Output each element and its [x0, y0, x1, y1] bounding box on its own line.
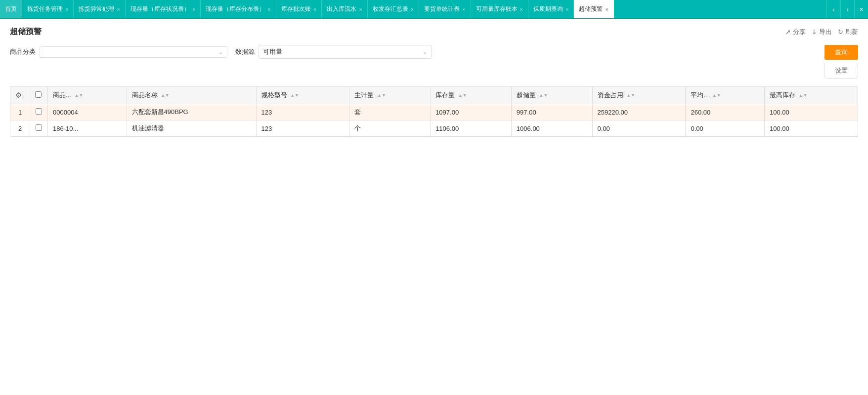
- data-source-value: 可用量: [263, 47, 282, 56]
- close-tab-collect-total-icon[interactable]: ×: [411, 6, 414, 12]
- gear-icon[interactable]: ⚙: [15, 91, 22, 99]
- nav-arrow-close[interactable]: ×: [854, 0, 868, 19]
- row-select-checkbox-0[interactable]: [36, 108, 42, 115]
- row-unit-0: 套: [349, 104, 431, 120]
- product-category-label: 商品分类: [10, 47, 36, 56]
- row-max-stock-1: 100.00: [764, 120, 858, 137]
- refresh-button[interactable]: ↻ 刷新: [838, 28, 858, 37]
- nav-tab-batch-account[interactable]: 库存批次账 ×: [276, 0, 322, 19]
- refresh-icon: ↻: [838, 28, 843, 36]
- header-actions: ➚ 分享 ⇓ 导出 ↻ 刷新: [785, 28, 858, 37]
- col-product-code-label: 商品...: [53, 91, 71, 99]
- page-header: 超储预警 ➚ 分享 ⇓ 导出 ↻ 刷新: [10, 27, 858, 37]
- sort-unit-icon[interactable]: ▲▼: [377, 93, 386, 98]
- nav-arrow-left[interactable]: ‹: [826, 0, 840, 19]
- close-tab-task-mgmt-icon[interactable]: ×: [65, 6, 68, 12]
- close-tab-quality-check-icon[interactable]: ×: [565, 6, 568, 12]
- row-overstock-0: 997.00: [511, 104, 592, 120]
- sort-product-code-icon[interactable]: ▲▼: [74, 93, 83, 98]
- nav-tab-task-mgmt[interactable]: 拣货任务管理 ×: [22, 0, 74, 19]
- sort-avg-icon[interactable]: ▲▼: [712, 93, 721, 98]
- col-checkbox-header[interactable]: [30, 87, 48, 104]
- close-tab-available-account-icon[interactable]: ×: [520, 6, 523, 12]
- nav-arrow-right[interactable]: ›: [840, 0, 854, 19]
- col-avg-label: 平均...: [691, 91, 709, 99]
- data-source-label: 数据源: [235, 47, 255, 56]
- row-capital-1: 0.00: [592, 120, 686, 137]
- col-product-name[interactable]: 商品名称 ▲▼: [127, 87, 256, 104]
- row-avg-1: 0.00: [686, 120, 765, 137]
- data-table: ⚙ 商品... ▲▼ 商品名称 ▲▼ 规格型号 ▲▼ 主计: [10, 86, 858, 137]
- filter-groups: 商品分类 ⌄ 数据源 可用量 ⌄: [10, 45, 815, 59]
- table-header-row: ⚙ 商品... ▲▼ 商品名称 ▲▼ 规格型号 ▲▼ 主计: [10, 87, 858, 104]
- row-product-name-1: 机油滤清器: [127, 120, 256, 137]
- row-overstock-1: 1006.00: [511, 120, 592, 137]
- col-gear[interactable]: ⚙: [10, 87, 30, 104]
- close-tab-stock-status-icon[interactable]: ×: [192, 6, 195, 12]
- col-capital[interactable]: 资金占用 ▲▼: [592, 87, 686, 104]
- sort-overstock-icon[interactable]: ▲▼: [539, 93, 548, 98]
- close-tab-batch-account-icon[interactable]: ×: [313, 6, 316, 12]
- sort-capital-icon[interactable]: ▲▼: [626, 93, 635, 98]
- page-content: 超储预警 ➚ 分享 ⇓ 导出 ↻ 刷新 商品分类 ⌄: [0, 19, 868, 395]
- close-tab-abnormal-icon[interactable]: ×: [117, 6, 120, 12]
- right-buttons: 查询 设置: [825, 45, 858, 79]
- row-checkbox-0[interactable]: [30, 104, 48, 120]
- top-navigation: 首页 拣货任务管理 × 拣货异常处理 × 现存量（库存状况表） × 现存量（库存…: [0, 0, 868, 19]
- nav-tab-stock-dist[interactable]: 现存量（库存分布表） ×: [201, 0, 276, 19]
- nav-tab-available-account[interactable]: 可用量库存账本 ×: [471, 0, 528, 19]
- col-avg[interactable]: 平均... ▲▼: [686, 87, 765, 104]
- nav-tab-order-stat[interactable]: 要货单统计表 ×: [419, 0, 471, 19]
- col-overstock-label: 超储量: [517, 91, 536, 99]
- sort-spec-icon[interactable]: ▲▼: [290, 93, 299, 98]
- close-tab-stock-dist-icon[interactable]: ×: [267, 6, 270, 12]
- col-unit[interactable]: 主计量 ▲▼: [349, 87, 431, 104]
- export-button[interactable]: ⇓ 导出: [812, 28, 832, 37]
- col-max-stock-label: 最高库存: [770, 91, 795, 99]
- col-spec[interactable]: 规格型号 ▲▼: [256, 87, 349, 104]
- col-unit-label: 主计量: [354, 91, 374, 99]
- nav-tab-collect-total[interactable]: 收发存汇总表 ×: [368, 0, 419, 19]
- col-stock-label: 库存量: [435, 91, 455, 99]
- nav-tab-home[interactable]: 首页: [0, 0, 22, 19]
- query-button[interactable]: 查询: [825, 45, 858, 60]
- row-product-code-1: 186-10...: [48, 120, 127, 137]
- close-tab-overstock-warning-icon[interactable]: ×: [605, 6, 608, 12]
- product-category-filter: 商品分类 ⌄: [10, 46, 227, 58]
- table-row: 2 186-10... 机油滤清器 123 个 1106.00 1006.00 …: [10, 120, 858, 137]
- settings-button[interactable]: 设置: [825, 63, 858, 79]
- col-max-stock[interactable]: 最高库存 ▲▼: [764, 87, 858, 104]
- nav-tab-overstock-warning[interactable]: 超储预警 ×: [574, 0, 613, 19]
- share-button[interactable]: ➚ 分享: [785, 28, 806, 37]
- data-source-select[interactable]: 可用量 ⌄: [259, 45, 432, 59]
- row-stock-0: 1097.00: [431, 104, 512, 120]
- row-unit-1: 个: [349, 120, 431, 137]
- row-checkbox-1[interactable]: [30, 120, 48, 137]
- col-stock[interactable]: 库存量 ▲▼: [431, 87, 512, 104]
- row-capital-0: 259220.00: [592, 104, 686, 120]
- nav-tab-quality-check[interactable]: 保质期查询 ×: [528, 0, 574, 19]
- row-max-stock-0: 100.00: [764, 104, 858, 120]
- select-all-checkbox[interactable]: [35, 91, 42, 98]
- nav-tab-stock-status[interactable]: 现存量（库存状况表） ×: [126, 0, 201, 19]
- product-category-select[interactable]: ⌄: [40, 46, 227, 58]
- share-icon: ➚: [785, 28, 791, 36]
- sort-product-name-icon[interactable]: ▲▼: [161, 93, 170, 98]
- close-tab-inout-flow-icon[interactable]: ×: [359, 6, 362, 12]
- row-spec-0: 123: [256, 104, 349, 120]
- data-source-filter: 数据源 可用量 ⌄: [235, 45, 432, 59]
- row-num-1: 2: [10, 120, 30, 137]
- col-product-name-label: 商品名称: [132, 91, 158, 99]
- col-product-code[interactable]: 商品... ▲▼: [48, 87, 127, 104]
- nav-tab-abnormal[interactable]: 拣货异常处理 ×: [74, 0, 125, 19]
- close-tab-order-stat-icon[interactable]: ×: [462, 6, 465, 12]
- table-row: 1 0000004 六配套新昌490BPG 123 套 1097.00 997.…: [10, 104, 858, 120]
- row-select-checkbox-1[interactable]: [36, 124, 42, 131]
- sort-max-stock-icon[interactable]: ▲▼: [799, 93, 808, 98]
- sort-stock-icon[interactable]: ▲▼: [458, 93, 467, 98]
- nav-tab-inout-flow[interactable]: 出入库流水 ×: [322, 0, 367, 19]
- col-overstock[interactable]: 超储量 ▲▼: [511, 87, 592, 104]
- row-avg-0: 260.00: [686, 104, 765, 120]
- export-icon: ⇓: [812, 28, 817, 36]
- data-source-chevron-icon: ⌄: [423, 49, 427, 55]
